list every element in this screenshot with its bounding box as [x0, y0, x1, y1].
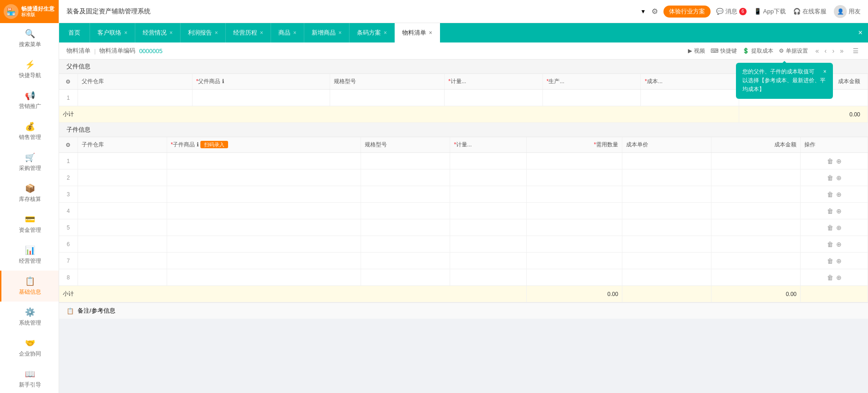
sidebar-item-basic-info[interactable]: 📋 基础信息 — [0, 271, 59, 302]
tab-barcode[interactable]: 条码方案 × — [350, 23, 395, 42]
child-row-7-cost-amount[interactable] — [711, 253, 801, 269]
child-row-2-cost-amount[interactable] — [711, 169, 801, 186]
child-row-4-unit[interactable] — [450, 203, 527, 219]
sidebar-item-search[interactable]: 🔍 搜索菜单 — [0, 23, 59, 54]
parent-col-settings[interactable]: ⚙ — [59, 74, 78, 90]
app-download-button[interactable]: 📱 App下载 — [754, 7, 786, 16]
child-row-4-quantity[interactable] — [526, 203, 622, 219]
tooltip-close-button[interactable]: × — [823, 67, 826, 76]
child-row-3-unit-cost[interactable] — [622, 186, 711, 203]
parent-row-1-production[interactable] — [542, 90, 641, 106]
sidebar-item-guide[interactable]: 📖 新手引导 — [0, 363, 59, 393]
child-row-6-cost-amount[interactable] — [711, 236, 801, 253]
child-row-7-quantity[interactable] — [526, 253, 622, 269]
nav-next[interactable]: › — [831, 46, 837, 55]
child-row-2-product[interactable] — [167, 169, 361, 186]
child-row-3-cost-amount[interactable] — [711, 186, 801, 203]
sidebar-item-marketing[interactable]: 📢 营销推广 — [0, 85, 59, 116]
child-row-3-unit[interactable] — [450, 186, 527, 203]
parent-row-1-warehouse[interactable] — [78, 90, 192, 106]
child-row-4-unit-cost[interactable] — [622, 203, 711, 219]
child-row-2-spec[interactable] — [361, 169, 450, 186]
child-row-6-unit[interactable] — [450, 236, 527, 253]
copy-icon-row5[interactable]: ⊕ — [836, 224, 842, 231]
tab-customer[interactable]: 客户联络 × — [90, 23, 135, 42]
nav-prev-prev[interactable]: « — [814, 46, 821, 55]
child-row-7-spec[interactable] — [361, 253, 450, 269]
online-service-button[interactable]: 🎧 在线客服 — [793, 7, 826, 16]
tab-new-goods[interactable]: 新增商品 × — [304, 23, 350, 42]
child-row-1-product[interactable] — [167, 153, 361, 169]
child-row-5-cost-amount[interactable] — [711, 219, 801, 236]
child-row-1-unit[interactable] — [450, 153, 527, 169]
child-row-7-unit[interactable] — [450, 253, 527, 269]
child-row-4-spec[interactable] — [361, 203, 450, 219]
copy-icon-row6[interactable]: ⊕ — [836, 241, 842, 248]
child-row-4-product[interactable] — [167, 203, 361, 219]
parent-row-1-product[interactable] — [192, 90, 330, 106]
child-row-3-product[interactable] — [167, 186, 361, 203]
sidebar-item-operations[interactable]: 📊 经营管理 — [0, 240, 59, 271]
child-row-4-cost-amount[interactable] — [711, 203, 801, 219]
child-row-6-unit-cost[interactable] — [622, 236, 711, 253]
tab-new-goods-close[interactable]: × — [338, 30, 342, 36]
extract-cost-button[interactable]: 💲 提取成本 — [742, 47, 773, 55]
child-row-5-product[interactable] — [167, 219, 361, 236]
tab-goods[interactable]: 商品 × — [271, 23, 304, 42]
topbar-settings-icon[interactable]: ⚙ — [651, 7, 658, 16]
sidebar-item-system[interactable]: ⚙️ 系统管理 — [0, 302, 59, 333]
tab-bom-close[interactable]: × — [429, 30, 432, 36]
scan-input-button[interactable]: 扫码录入 — [200, 141, 228, 148]
sidebar-item-sales[interactable]: 💰 销售管理 — [0, 116, 59, 147]
child-row-7-unit-cost[interactable] — [622, 253, 711, 269]
tab-customer-close[interactable]: × — [124, 30, 127, 36]
nav-prev[interactable]: ‹ — [823, 46, 829, 55]
parent-row-1-cost[interactable] — [641, 90, 739, 106]
child-row-8-warehouse[interactable] — [78, 269, 167, 286]
child-row-6-spec[interactable] — [361, 236, 450, 253]
child-row-3-warehouse[interactable] — [78, 186, 167, 203]
nav-next-next[interactable]: » — [838, 46, 845, 55]
child-row-6-quantity[interactable] — [526, 236, 622, 253]
child-row-5-warehouse[interactable] — [78, 219, 167, 236]
sidebar-item-purchase[interactable]: 🛒 采购管理 — [0, 147, 59, 178]
child-row-8-quantity[interactable] — [526, 269, 622, 286]
copy-icon-row8[interactable]: ⊕ — [836, 274, 842, 281]
user-menu[interactable]: 👤 用友 — [834, 5, 861, 18]
sidebar-item-inventory[interactable]: 📦 库存核算 — [0, 178, 59, 209]
child-row-3-quantity[interactable] — [526, 186, 622, 203]
single-settings-button[interactable]: ⚙ 单据设置 — [779, 47, 808, 55]
child-row-7-product[interactable] — [167, 253, 361, 269]
child-row-5-quantity[interactable] — [526, 219, 622, 236]
copy-icon-row4[interactable]: ⊕ — [836, 207, 842, 215]
delete-icon-row4[interactable]: 🗑 — [827, 207, 833, 215]
copy-icon-row2[interactable]: ⊕ — [836, 174, 842, 181]
child-row-4-warehouse[interactable] — [78, 203, 167, 219]
trial-button[interactable]: 体验行业方案 — [663, 6, 711, 18]
child-col-settings[interactable]: ⚙ — [59, 137, 78, 153]
delete-icon-row7[interactable]: 🗑 — [827, 257, 833, 265]
child-row-6-warehouse[interactable] — [78, 236, 167, 253]
child-row-8-unit-cost[interactable] — [622, 269, 711, 286]
child-row-1-quantity[interactable] — [526, 153, 622, 169]
child-row-8-product[interactable] — [167, 269, 361, 286]
child-row-2-unit-cost[interactable] — [622, 169, 711, 186]
child-row-7-warehouse[interactable] — [78, 253, 167, 269]
child-row-2-quantity[interactable] — [526, 169, 622, 186]
sidebar-item-quicknav[interactable]: ⚡ 快捷导航 — [0, 54, 59, 85]
parent-row-1-unit[interactable] — [445, 90, 543, 106]
table-view-icon[interactable]: ☰ — [851, 46, 861, 55]
child-row-8-cost-amount[interactable] — [711, 269, 801, 286]
delete-icon-row1[interactable]: 🗑 — [827, 157, 833, 165]
child-row-2-unit[interactable] — [450, 169, 527, 186]
child-row-1-spec[interactable] — [361, 153, 450, 169]
copy-icon-row3[interactable]: ⊕ — [836, 191, 842, 198]
tab-profit-close[interactable]: × — [215, 30, 218, 36]
message-button[interactable]: 💬 消息 6 — [716, 7, 747, 16]
copy-icon-row7[interactable]: ⊕ — [836, 257, 842, 265]
child-row-5-unit[interactable] — [450, 219, 527, 236]
child-row-6-product[interactable] — [167, 236, 361, 253]
delete-icon-row3[interactable]: 🗑 — [827, 191, 833, 198]
child-row-1-cost-amount[interactable] — [711, 153, 801, 169]
parent-row-1-spec[interactable] — [330, 90, 444, 106]
